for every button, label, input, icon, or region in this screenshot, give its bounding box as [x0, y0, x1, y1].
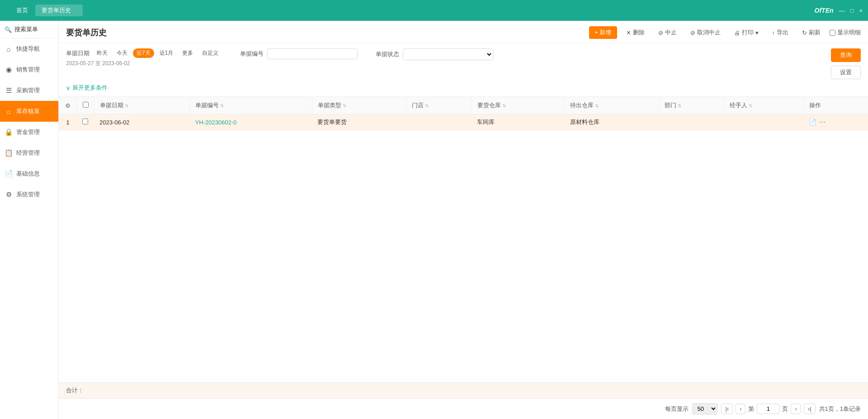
delete-button[interactable]: ✕ 删除 [622, 27, 649, 38]
last-page-button[interactable]: ›| [804, 404, 816, 414]
sidebar-item-basic-info[interactable]: 📄 基础信息 [0, 163, 58, 184]
finance-icon: 🔒 [5, 128, 13, 136]
date-btn-7days[interactable]: 近7天 [133, 48, 154, 58]
row-doc-no-link[interactable]: YH-20230602-0 [195, 119, 237, 126]
page-size-select[interactable]: 10 20 50 100 [692, 403, 717, 414]
sidebar-item-label: 销售管理 [16, 66, 40, 74]
sidebar-item-sales[interactable]: ◉ 销售管理 [0, 59, 58, 80]
tab-close-icon[interactable]: × [74, 8, 76, 13]
maximize-button[interactable]: □ [850, 7, 854, 14]
doc-no-filter-row: 单据编号 [240, 48, 358, 59]
filter-section: 单据日期 昨天 今天 近7天 近1月 更多 自定义 2023-05-27 至 2… [59, 43, 868, 79]
export-button[interactable]: ↑ 导出 [768, 27, 793, 38]
next-page-button[interactable]: › [791, 404, 801, 414]
inventory-icon: ⌂ [5, 107, 13, 115]
sidebar-item-label: 库存核算 [16, 107, 40, 115]
doc-no-input[interactable] [267, 48, 358, 59]
date-btn-more[interactable]: 更多 [179, 48, 197, 58]
content-area: 要货单历史 + 新增 ✕ 删除 ⊘ 中止 ⊘ 取消中止 [59, 21, 868, 419]
tab-requisition-history[interactable]: 要货单历史 × [35, 5, 83, 16]
new-button[interactable]: + 新增 [589, 26, 617, 39]
quick-nav-icon: ⌂ [5, 45, 13, 53]
refresh-button[interactable]: ↻ 刷新 [797, 27, 825, 38]
brand-label: OfTEn [815, 7, 834, 14]
th-date: 单据日期 ⇅ [94, 97, 190, 114]
sort-req-warehouse[interactable]: 要货仓库 ⇅ [477, 101, 559, 110]
settings-icon[interactable]: ⚙ [65, 102, 71, 109]
query-buttons: 查询 设置 [831, 48, 861, 79]
sort-doc-type[interactable]: 单据类型 ⇅ [318, 101, 401, 110]
print-dropdown-icon: ▾ [755, 29, 759, 36]
sort-department[interactable]: 部门 ⇅ [665, 101, 719, 110]
purchase-icon: ☰ [5, 86, 13, 95]
main-area: 🔍 搜索菜单 ⌂ 快捷导航 ◉ 销售管理 ☰ 采购管理 ⌂ 库存核算 🔒 资金管 [0, 21, 868, 419]
view-action-icon[interactable]: 📄 [809, 119, 816, 126]
print-button[interactable]: 🖨 打印 ▾ [730, 27, 763, 38]
date-btn-today[interactable]: 今天 [113, 48, 131, 58]
doc-no-label: 单据编号 [240, 50, 264, 58]
sidebar-item-inventory[interactable]: ⌂ 库存核算 [0, 101, 58, 122]
sidebar-item-label: 资金管理 [16, 128, 40, 136]
date-btn-1month[interactable]: 近1月 [156, 48, 177, 58]
th-action: 操作 [803, 97, 868, 114]
row-checkbox [77, 114, 94, 130]
sidebar-item-quick-nav[interactable]: ⌂ 快捷导航 [0, 38, 58, 59]
sort-pending-warehouse[interactable]: 待出仓库 ⇅ [570, 101, 653, 110]
date-btn-custom[interactable]: 自定义 [198, 48, 222, 58]
row-select-checkbox[interactable] [82, 119, 88, 124]
display-detail-toggle[interactable]: 显示明细 [830, 29, 861, 37]
page-input[interactable] [757, 404, 779, 414]
setting-button[interactable]: 设置 [831, 66, 861, 79]
status-filter-row: 单据状态 [376, 48, 493, 60]
cancel-stop-button[interactable]: ⊘ 取消中止 [686, 27, 725, 38]
sidebar-search-label: 搜索菜单 [14, 25, 38, 33]
window-close-button[interactable]: × [859, 7, 863, 14]
doc-status-select[interactable] [403, 48, 493, 60]
stop-button[interactable]: ⊘ 中止 [654, 27, 681, 38]
sort-store[interactable]: 门店 ⇅ [412, 101, 466, 110]
sidebar-item-system[interactable]: ⚙ 系统管理 [0, 184, 58, 205]
prev-page-button[interactable]: ‹ [736, 404, 745, 414]
date-filter-label: 单据日期 [66, 49, 90, 57]
sales-icon: ◉ [5, 66, 13, 74]
sort-doc-no[interactable]: 单据编号 ⇅ [195, 101, 307, 110]
export-icon: ↑ [772, 29, 775, 36]
th-doc-type: 单据类型 ⇅ [312, 97, 406, 114]
top-bar: 首页 要货单历史 × OfTEn — □ × [0, 0, 868, 21]
top-right-controls: OfTEn — □ × [815, 7, 863, 14]
sidebar: 🔍 搜索菜单 ⌂ 快捷导航 ◉ 销售管理 ☰ 采购管理 ⌂ 库存核算 🔒 资金管 [0, 21, 59, 419]
minimize-button[interactable]: — [839, 7, 845, 14]
sidebar-item-purchase[interactable]: ☰ 采购管理 [0, 80, 58, 101]
display-detail-checkbox[interactable] [830, 30, 835, 36]
row-actions: 📄 ⋯ [803, 114, 868, 130]
date-filter-row: 单据日期 昨天 今天 近7天 近1月 更多 自定义 [66, 48, 222, 58]
th-department: 部门 ⇅ [659, 97, 724, 114]
th-doc-no: 单据编号 ⇅ [190, 97, 312, 114]
sort-date-icon: ⇅ [125, 103, 128, 108]
date-btn-yesterday[interactable]: 昨天 [93, 48, 111, 58]
sort-doc-no-icon: ⇅ [220, 103, 224, 108]
sidebar-item-operation[interactable]: 📋 经营管理 [0, 143, 58, 163]
tab-home[interactable]: 首页 [10, 5, 34, 16]
th-handler: 经手人 ⇅ [724, 97, 803, 114]
row-doc-type: 要货单要货 [312, 114, 406, 130]
sort-handler[interactable]: 经手人 ⇅ [730, 101, 797, 110]
print-icon: 🖨 [734, 29, 740, 36]
table-area: ⚙ 单据日期 ⇅ [59, 97, 868, 382]
expand-more-btn[interactable]: ∨ 展开更多条件 [66, 82, 861, 94]
row-handler [724, 114, 803, 130]
sidebar-item-label: 系统管理 [16, 190, 40, 199]
sidebar-item-finance[interactable]: 🔒 资金管理 [0, 122, 58, 143]
sort-department-icon: ⇅ [678, 103, 681, 108]
first-page-button[interactable]: |‹ [721, 404, 733, 414]
page-title: 要货单历史 [66, 27, 107, 38]
more-action-icon[interactable]: ⋯ [819, 119, 826, 126]
row-department [659, 114, 724, 130]
sidebar-search[interactable]: 🔍 搜索菜单 [0, 21, 58, 38]
query-button[interactable]: 查询 [831, 48, 861, 62]
stop-icon: ⊘ [658, 29, 663, 36]
sort-date[interactable]: 单据日期 ⇅ [100, 101, 184, 110]
page-word: 页 [782, 405, 788, 413]
select-all-checkbox[interactable] [83, 102, 89, 108]
table-body: 1 2023-06-02 YH-20230602-0 要货单要货 车间库 原材料… [59, 114, 868, 130]
